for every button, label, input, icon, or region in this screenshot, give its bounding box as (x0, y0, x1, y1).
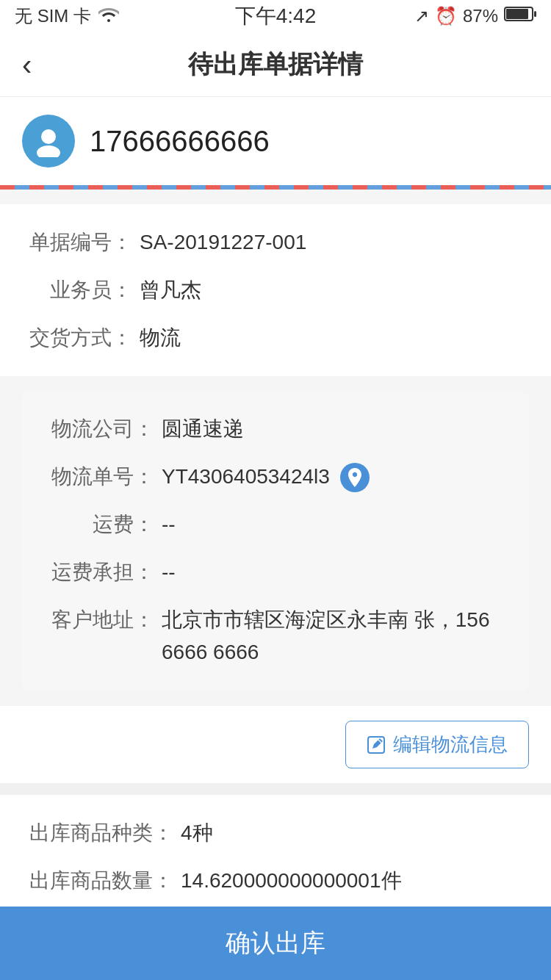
freight-bear-value: -- (162, 556, 500, 589)
tracking-location-icon[interactable] (340, 463, 370, 492)
customer-header: 17666666666 (0, 97, 551, 185)
svg-point-3 (41, 129, 56, 144)
svg-rect-2 (534, 11, 536, 17)
goods-types-value: 4种 (181, 817, 522, 850)
salesman-row: 业务员： 曾凡杰 (29, 274, 522, 307)
confirm-btn-label: 确认出库 (226, 926, 325, 960)
section-divider (0, 783, 551, 795)
delivery-method-label: 交货方式： (29, 322, 132, 355)
goods-quantity-row: 出库商品数量： 14.620000000000001件 (29, 865, 522, 898)
goods-quantity-label: 出库商品数量： (29, 865, 173, 898)
status-bar-right: ↗ ⏰ 87% (414, 6, 536, 26)
logistics-company-label: 物流公司： (51, 413, 154, 446)
order-no-value: SA-20191227-001 (140, 226, 522, 259)
goods-types-label: 出库商品种类： (29, 817, 173, 850)
logistics-company-row: 物流公司： 圆通速递 (51, 413, 500, 446)
address-value: 北京市市辖区海淀区永丰南 张，156 6666 6666 (162, 604, 500, 670)
svg-point-4 (37, 145, 60, 157)
svg-rect-1 (506, 9, 528, 19)
order-no-label: 单据编号： (29, 226, 132, 259)
goods-section: 出库商品种类： 4种 出库商品数量： 14.620000000000001件 (0, 795, 551, 920)
freight-value: -- (162, 508, 500, 541)
edit-logistics-button[interactable]: 编辑物流信息 (345, 721, 529, 768)
location-status-icon: ↗ (414, 6, 429, 26)
freight-bear-label: 运费承担： (51, 556, 154, 589)
order-info-section: 单据编号： SA-20191227-001 业务员： 曾凡杰 交货方式： 物流 (0, 204, 551, 376)
freight-label: 运费： (51, 508, 154, 541)
logistics-company-value: 圆通速递 (162, 413, 500, 446)
tracking-no-row: 物流单号： YT43064053424l3 (51, 461, 500, 494)
salesman-value: 曾凡杰 (140, 274, 522, 307)
goods-quantity-value: 14.620000000000001件 (181, 865, 522, 898)
customer-phone: 17666666666 (90, 125, 270, 158)
address-row: 客户地址： 北京市市辖区海淀区永丰南 张，156 6666 6666 (51, 604, 500, 670)
confirm-btn-container: 确认出库 (0, 907, 551, 980)
status-bar-time: 下午4:42 (235, 2, 317, 30)
nav-title: 待出库单据详情 (188, 48, 363, 82)
battery-icon (504, 6, 536, 26)
wifi-icon (98, 6, 119, 26)
tracking-no-text: YT43064053424l3 (162, 461, 330, 494)
logistics-card: 物流公司： 圆通速递 物流单号： YT43064053424l3 运费： -- … (22, 391, 529, 691)
tracking-no-value-container: YT43064053424l3 (162, 461, 500, 494)
delivery-method-row: 交货方式： 物流 (29, 322, 522, 355)
freight-bear-row: 运费承担： -- (51, 556, 500, 589)
nav-bar: ‹ 待出库单据详情 (0, 32, 551, 97)
status-bar-left: 无 SIM 卡 (15, 4, 119, 28)
back-button[interactable]: ‹ (22, 50, 32, 79)
freight-row: 运费： -- (51, 508, 500, 541)
alarm-icon: ⏰ (435, 6, 457, 26)
status-bar: 无 SIM 卡 下午4:42 ↗ ⏰ 87% (0, 0, 551, 32)
salesman-label: 业务员： (29, 274, 132, 307)
tracking-no-label: 物流单号： (51, 461, 154, 494)
goods-types-row: 出库商品种类： 4种 (29, 817, 522, 850)
address-label: 客户地址： (51, 604, 154, 637)
confirm-button[interactable]: 确认出库 (0, 907, 551, 980)
delivery-method-value: 物流 (140, 322, 522, 355)
dashed-divider (0, 185, 551, 190)
page: 无 SIM 卡 下午4:42 ↗ ⏰ 87% (0, 0, 551, 980)
edit-logistics-label: 编辑物流信息 (393, 732, 508, 757)
battery-text: 87% (463, 6, 498, 26)
edit-btn-row: 编辑物流信息 (0, 706, 551, 783)
order-no-row: 单据编号： SA-20191227-001 (29, 226, 522, 259)
carrier-text: 无 SIM 卡 (15, 4, 91, 28)
avatar (22, 115, 75, 167)
edit-icon (367, 735, 386, 754)
